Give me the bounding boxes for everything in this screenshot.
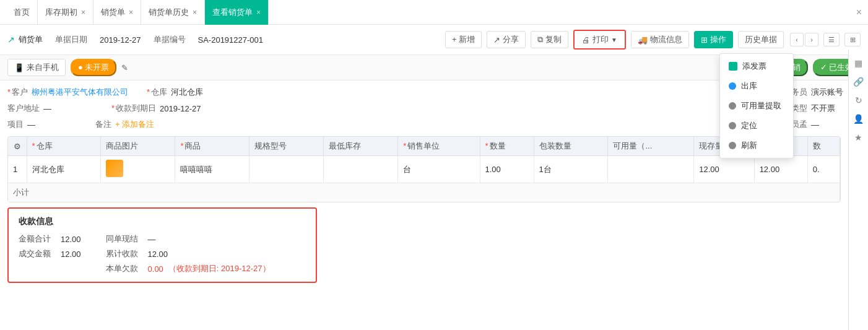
tab-sales-order[interactable]: 销货单 × <box>93 0 141 25</box>
summary-box: 收款信息 金额合计 12.00 成交金额 12.00 同单现结 <box>7 207 317 283</box>
print-button[interactable]: 🖨 打印 ▼ <box>576 32 623 48</box>
add-invoice-label: 添发票 <box>742 61 766 72</box>
sidebar-rotate[interactable]: ↻ <box>850 92 867 109</box>
edit-icon[interactable]: ✎ <box>121 63 128 72</box>
row-available <box>608 156 694 183</box>
circle-icon-orange: ● <box>78 63 83 72</box>
doc-header: ↗ 销货单 单据日期 2019-12-27 单据编号 SA-20191227-0… <box>0 25 868 55</box>
available-qty-icon <box>729 102 736 110</box>
check-icon-effective: ✓ <box>820 63 827 72</box>
payment-date-value: 2019-12-27 <box>160 104 209 113</box>
grid-view-btn[interactable]: ⊞ <box>844 33 861 46</box>
logistics-icon: 🚚 <box>638 35 648 45</box>
col-amount: 数 <box>807 137 840 156</box>
col-quantity: *数量 <box>480 137 534 156</box>
locate-icon <box>729 122 736 129</box>
sidebar-user[interactable]: 👤 <box>850 110 867 128</box>
row-stock: 12.00 <box>694 156 754 183</box>
col-pack-qty: 包装数量 <box>534 137 608 156</box>
row-spec <box>250 156 324 183</box>
next-arrow[interactable]: › <box>805 33 818 46</box>
close-tab-view[interactable]: × <box>256 8 261 17</box>
from-phone-btn[interactable]: 📱 来自手机 <box>7 59 66 76</box>
row-product-img <box>101 156 175 183</box>
add-invoice-icon <box>729 62 737 71</box>
close-all-tabs[interactable]: × <box>856 7 862 18</box>
total-amount-value: 12.00 <box>61 235 81 244</box>
operate-icon: ⊞ <box>701 35 708 45</box>
project-field: 项目 — <box>7 119 77 130</box>
nav-arrows: ‹ › <box>790 33 818 46</box>
table-header-row: ⚙ *仓库 商品图片 *商品 规格型号 最低库存 *销售单位 *数量 包装数量 … <box>8 137 840 156</box>
share-button[interactable]: ↗ 分享 <box>487 31 526 48</box>
row-warehouse: 河北仓库 <box>27 156 101 183</box>
print-icon: 🖨 <box>582 35 590 45</box>
operate-dropdown: 添发票 出库 可用量提取 定位 刷新 <box>719 53 794 158</box>
deal-amount-item: 成交金额 12.00 <box>19 248 81 259</box>
product-table: ⚙ *仓库 商品图片 *商品 规格型号 最低库存 *销售单位 *数量 包装数量 … <box>8 137 840 202</box>
refresh-label: 刷新 <box>741 140 757 151</box>
same-order-value: — <box>148 235 156 244</box>
total-amount-item: 金额合计 12.00 <box>19 233 81 245</box>
note-field: 备注 + 添加备注 <box>95 119 165 130</box>
phone-icon: 📱 <box>14 63 24 72</box>
sidebar-link[interactable]: 🔗 <box>850 73 867 90</box>
row-pack-qty: 1台 <box>534 156 608 183</box>
row-amount: 0. <box>807 156 840 183</box>
address-field: 客户地址 — <box>7 103 93 114</box>
toolbar: + 新增 ↗ 分享 ⧉ 复制 🖨 打印 ▼ <box>445 30 861 50</box>
note-add[interactable]: + 添加备注 <box>115 119 165 130</box>
add-button[interactable]: + 新增 <box>445 31 482 48</box>
copy-icon: ⧉ <box>537 35 543 45</box>
logistics-button[interactable]: 🚚 物流信息 <box>631 31 689 48</box>
dropdown-locate[interactable]: 定位 <box>720 116 793 136</box>
close-tab-inventory[interactable]: × <box>81 8 85 17</box>
doc-type-icon: ↗ <box>7 35 15 45</box>
col-sales-unit: *销售单位 <box>398 137 480 156</box>
close-tab-sales[interactable]: × <box>129 8 133 17</box>
close-tab-history[interactable]: × <box>193 8 197 17</box>
sidebar-table-view[interactable]: ▦ <box>850 54 867 72</box>
row-unit-price: 12.00 <box>754 156 807 183</box>
copy-button[interactable]: ⧉ 复制 <box>531 31 568 48</box>
warehouse-value: 河北仓库 <box>171 87 220 98</box>
tab-view-sales[interactable]: 查看销货单 × <box>205 0 269 25</box>
customer-field: *客户 柳州粤港平安气体有限公司 <box>7 87 128 98</box>
date-label: 单据日期 <box>55 34 87 45</box>
arrears-item: 本单欠款 0.00 （收款到期日: 2019-12-27） <box>106 263 271 274</box>
doc-type-label: 销货单 <box>19 34 43 45</box>
available-qty-label: 可用量提取 <box>741 100 781 111</box>
dropdown-refresh[interactable]: 刷新 <box>720 136 793 155</box>
tab-inventory-init[interactable]: 库存期初 × <box>38 0 93 25</box>
sidebar-star[interactable]: ★ <box>850 129 867 146</box>
dropdown-available-qty[interactable]: 可用量提取 <box>720 96 793 116</box>
print-dropdown-arrow[interactable]: ▼ <box>611 37 617 43</box>
cumulative-item: 累计收款 12.00 <box>106 248 271 259</box>
arrears-value: 0.00 <box>148 264 163 274</box>
dropdown-add-invoice[interactable]: 添发票 <box>720 56 793 76</box>
history-button[interactable]: 历史单据 <box>738 31 784 48</box>
prev-arrow[interactable]: ‹ <box>790 33 804 46</box>
subtotal-row: 小计 <box>8 183 840 202</box>
table-row: 1 河北仓库 嘻嘻嘻嘻 台 1.00 1台 12.00 12.00 <box>8 156 840 183</box>
summary-col-left: 金额合计 12.00 成交金额 12.00 <box>19 233 81 274</box>
refresh-icon <box>729 142 736 149</box>
outbound-label: 出库 <box>741 80 757 92</box>
tab-home[interactable]: 首页 <box>6 0 38 25</box>
summary-title: 收款信息 <box>19 216 306 227</box>
print-highlight: 🖨 打印 ▼ <box>573 30 626 50</box>
doc-title: ↗ 销货单 <box>7 34 43 45</box>
operate-button[interactable]: ⊞ 操作 <box>694 31 733 48</box>
main-content: ↗ 销货单 单据日期 2019-12-27 单据编号 SA-20191227-0… <box>0 25 868 330</box>
address-value: — <box>43 104 93 113</box>
not-opened-btn[interactable]: ● 未开票 <box>71 59 116 76</box>
tab-sales-history[interactable]: 销货单历史 × <box>141 0 205 25</box>
customer-value[interactable]: 柳州粤港平安气体有限公司 <box>32 87 128 98</box>
deal-amount-value: 12.00 <box>61 250 81 259</box>
warehouse-field: *仓库 河北仓库 <box>147 87 220 98</box>
list-view-btn[interactable]: ☰ <box>823 33 840 46</box>
date-value: 2019-12-27 <box>100 35 141 45</box>
row-min-stock <box>324 156 398 183</box>
project-value: — <box>27 120 77 129</box>
dropdown-outbound[interactable]: 出库 <box>720 76 793 96</box>
